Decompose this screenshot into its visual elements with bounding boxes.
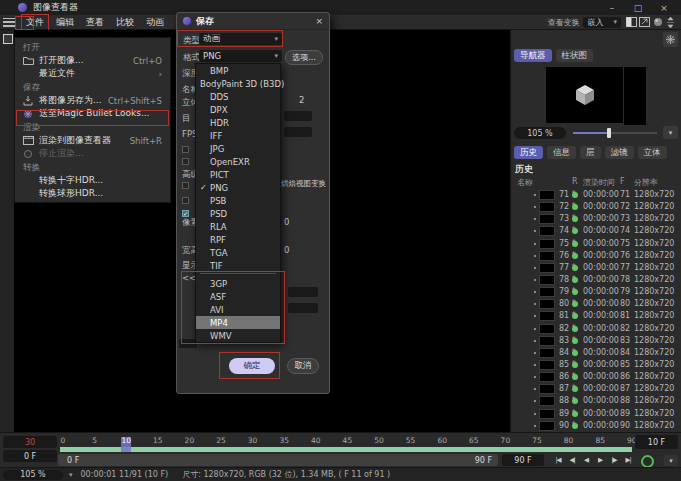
zoom-dropdown-icon[interactable]: ▾ bbox=[663, 126, 678, 139]
step-forward-button[interactable]: |▶ bbox=[608, 454, 620, 466]
layer-tool-icon[interactable] bbox=[3, 34, 13, 44]
bake-view-transform-checkbox[interactable] bbox=[182, 182, 189, 189]
float-window-icon[interactable] bbox=[638, 17, 651, 28]
close-button[interactable]: × bbox=[651, 0, 677, 15]
menubar-item[interactable]: 编辑 bbox=[52, 15, 78, 30]
history-row[interactable]: 82 *00:00:00821280x720 bbox=[511, 323, 681, 335]
history-row[interactable]: 77 *00:00:00771280x720 bbox=[511, 262, 681, 274]
ok-button[interactable]: 确定 bbox=[229, 358, 275, 374]
format-option[interactable]: BodyPaint 3D (B3D) bbox=[196, 77, 280, 90]
menu-item[interactable]: 将图像另存为...Ctrl+Shift+S bbox=[15, 94, 170, 107]
compare-ab-icon[interactable] bbox=[625, 17, 638, 28]
dialog-checkbox[interactable] bbox=[182, 146, 189, 153]
format-option[interactable]: RPF bbox=[196, 233, 280, 246]
dialog-close-icon[interactable]: × bbox=[315, 16, 323, 26]
current-frame-field[interactable]: 0 F bbox=[3, 450, 57, 462]
menubar-item[interactable]: 查看 bbox=[82, 15, 108, 30]
value-field[interactable] bbox=[288, 303, 318, 313]
format-option[interactable]: DDS bbox=[196, 90, 280, 103]
value-field[interactable] bbox=[284, 127, 312, 137]
framerate-field[interactable]: 30 bbox=[3, 436, 57, 448]
hamburger-menu-icon[interactable] bbox=[3, 18, 15, 27]
play-forward-button[interactable]: ▶ bbox=[594, 454, 606, 466]
zoom-slider-handle[interactable] bbox=[607, 128, 611, 138]
history-row[interactable]: 80 *00:00:00801280x720 bbox=[511, 298, 681, 310]
format-option[interactable]: IFF bbox=[196, 129, 280, 142]
cancel-button[interactable]: 取消 bbox=[287, 358, 319, 374]
timeline-dropdown-icon[interactable]: ▾ bbox=[664, 455, 678, 466]
options-button[interactable]: 选项... bbox=[285, 50, 323, 65]
menu-item[interactable]: 最近文件› bbox=[15, 67, 170, 80]
format-option[interactable]: PSD bbox=[196, 207, 280, 220]
dialog-checkbox-checked[interactable]: ✓ bbox=[182, 210, 189, 217]
length-field[interactable]: 10 F bbox=[635, 435, 678, 449]
history-row[interactable]: 72 *00:00:00721280x720 bbox=[511, 201, 681, 213]
history-row[interactable]: 88 *00:00:00881280x720 bbox=[511, 395, 681, 407]
type-select[interactable]: 动画▾ bbox=[199, 33, 282, 45]
navigator-preview[interactable] bbox=[546, 67, 623, 123]
zoom-value[interactable]: 105 % bbox=[514, 127, 566, 139]
format-option[interactable]: ASF bbox=[196, 290, 280, 303]
format-option[interactable]: MP4 bbox=[196, 316, 280, 329]
history-row[interactable]: 85 *00:00:00851280x720 bbox=[511, 359, 681, 371]
format-option[interactable]: RLA bbox=[196, 220, 280, 233]
skip-to-start-button[interactable]: |◀ bbox=[552, 454, 564, 466]
format-option[interactable]: TIF bbox=[196, 259, 280, 272]
format-select[interactable]: PNG▾ bbox=[199, 50, 282, 62]
menubar-item[interactable]: 动画 bbox=[142, 15, 168, 30]
format-option[interactable]: ✓PNG bbox=[196, 181, 280, 194]
history-row[interactable]: 84 *00:00:00841280x720 bbox=[511, 347, 681, 359]
format-option[interactable]: PSB bbox=[196, 194, 280, 207]
statusbar-zoom[interactable]: 105 % bbox=[3, 470, 63, 480]
nav-tab[interactable]: 导航器 bbox=[514, 49, 552, 62]
info-tab[interactable]: 历史 bbox=[514, 146, 543, 159]
info-tab[interactable]: 信息 bbox=[547, 146, 576, 159]
nav-tab[interactable]: 柱状图 bbox=[556, 49, 594, 62]
menu-item[interactable]: 渲染到图像查看器Shift+R bbox=[15, 134, 170, 147]
format-option[interactable]: 3GP bbox=[196, 277, 280, 290]
menu-item[interactable]: 打开图像...Ctrl+O bbox=[15, 54, 170, 67]
history-row[interactable]: 73 *00:00:00731280x720 bbox=[511, 213, 681, 225]
history-row[interactable]: 89 *00:00:00891280x720 bbox=[511, 408, 681, 420]
statusbar-zoom-dropdown-icon[interactable]: ▾ bbox=[69, 471, 73, 479]
value-field[interactable] bbox=[288, 287, 318, 297]
info-tab[interactable]: 层 bbox=[580, 146, 601, 159]
menu-item[interactable]: 转换十字HDR... bbox=[15, 174, 170, 187]
menu-item[interactable]: 送至Magic Bullet Looks... bbox=[15, 107, 170, 120]
play-reverse-button[interactable]: ◀ bbox=[580, 454, 592, 466]
format-option[interactable]: OpenEXR bbox=[196, 155, 280, 168]
history-row[interactable]: 83 *00:00:00831280x720 bbox=[511, 335, 681, 347]
menubar-item[interactable]: 比较 bbox=[112, 15, 138, 30]
sphere-icon[interactable] bbox=[651, 17, 664, 28]
view-transform-select[interactable]: 嵌入▾ bbox=[583, 17, 621, 28]
format-option[interactable]: DPX bbox=[196, 103, 280, 116]
range-scrollbar[interactable]: 0 F 90 F bbox=[58, 454, 498, 466]
history-row[interactable]: 81 *00:00:00811280x720 bbox=[511, 310, 681, 322]
dock-icon[interactable] bbox=[664, 17, 677, 28]
history-row[interactable]: 87 *00:00:00871280x720 bbox=[511, 383, 681, 395]
history-row[interactable]: 79 *00:00:00791280x720 bbox=[511, 286, 681, 298]
value-field[interactable] bbox=[284, 111, 312, 121]
menu-item[interactable]: 转换球形HDR... bbox=[15, 187, 170, 200]
skip-to-end-button[interactable]: ▶| bbox=[622, 454, 634, 466]
minimize-button[interactable]: – bbox=[599, 0, 625, 15]
history-row[interactable]: 74 *00:00:00741280x720 bbox=[511, 225, 681, 237]
format-option[interactable]: PICT bbox=[196, 168, 280, 181]
zoom-slider[interactable] bbox=[573, 132, 657, 134]
history-row[interactable]: 75 *00:00:00751280x720 bbox=[511, 238, 681, 250]
format-option[interactable]: JPG bbox=[196, 142, 280, 155]
history-row[interactable]: 90 *00:00:00901280x720 bbox=[511, 420, 681, 432]
format-option[interactable]: BMP bbox=[196, 64, 280, 77]
history-row[interactable]: 71 *00:00:00711280x720 bbox=[511, 189, 681, 201]
end-frame-field[interactable]: 90 F bbox=[502, 454, 544, 466]
history-row[interactable]: 76 *00:00:00761280x720 bbox=[511, 250, 681, 262]
info-tab[interactable]: 滤镜 bbox=[605, 146, 634, 159]
dialog-checkbox[interactable] bbox=[182, 197, 189, 204]
format-option[interactable]: TGA bbox=[196, 246, 280, 259]
step-back-button[interactable]: ◀| bbox=[566, 454, 578, 466]
history-row[interactable]: 78 *00:00:00781280x720 bbox=[511, 274, 681, 286]
dialog-checkbox[interactable] bbox=[182, 158, 189, 165]
magic-bullet-looks-icon[interactable] bbox=[663, 32, 678, 47]
info-tab[interactable]: 立体 bbox=[638, 146, 667, 159]
format-option[interactable]: AVI bbox=[196, 303, 280, 316]
